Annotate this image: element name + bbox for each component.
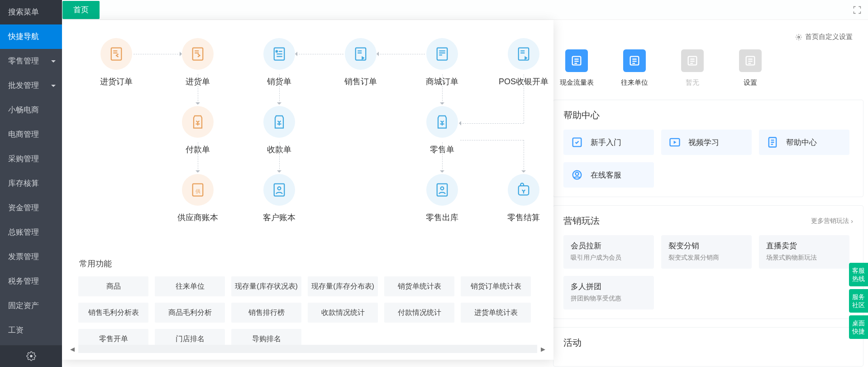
- arrow-icon: [374, 52, 379, 56]
- marketing-item-subtitle: 拼团购物享受优惠: [571, 295, 647, 303]
- marketing-item-title: 会员拉新: [571, 241, 647, 251]
- scroll-right-button[interactable]: ▶: [539, 345, 547, 353]
- chevron-down-icon: [51, 60, 56, 65]
- sidebar-item-0[interactable]: 快捷导航: [0, 24, 62, 49]
- marketing-item-2[interactable]: 直播卖货场景式购物新玩法: [759, 235, 849, 269]
- marketing-item-0[interactable]: 会员拉新吸引用户成为会员: [563, 235, 654, 269]
- retail-out-icon: [426, 174, 458, 206]
- purchase-icon: [182, 38, 214, 70]
- activity-card: 活动: [553, 327, 863, 367]
- float-tag-1[interactable]: 服务社区: [849, 289, 868, 313]
- sidebar-item-4[interactable]: 电商管理: [0, 122, 62, 147]
- marketing-item-subtitle: 场景式购物新玩法: [766, 254, 842, 262]
- sidebar-item-12[interactable]: 工资: [0, 318, 62, 343]
- sidebar-item-3[interactable]: 小畅电商: [0, 98, 62, 122]
- help-item-label: 新手入门: [591, 137, 621, 148]
- flow-purchase-order[interactable]: 进货订单: [76, 38, 157, 87]
- arrow-icon: [440, 170, 444, 175]
- common-button-2[interactable]: 现存量(库存状况表): [231, 276, 301, 296]
- help-item-1[interactable]: 视频学习: [661, 130, 752, 155]
- common-button-10[interactable]: 付款情况统计: [384, 303, 454, 323]
- marketing-card-title: 营销玩法: [563, 215, 600, 227]
- flow-sales-order[interactable]: 销售订单: [320, 38, 401, 87]
- help-item-2[interactable]: 帮助中心: [759, 130, 849, 155]
- retail-icon: [426, 106, 458, 138]
- sidebar-item-10[interactable]: 税务管理: [0, 269, 62, 294]
- flow-sales[interactable]: 销货单: [238, 38, 320, 87]
- arrow-icon: [293, 52, 297, 56]
- marketing-grid: 会员拉新吸引用户成为会员裂变分销裂变式发展分销商直播卖货场景式购物新玩法多人拼团…: [563, 235, 853, 309]
- marketing-item-1[interactable]: 裂变分销裂变式发展分销商: [661, 235, 752, 269]
- common-button-5[interactable]: 销货订单统计表: [461, 276, 531, 296]
- receipt-icon: [263, 106, 295, 138]
- flow-payment[interactable]: 付款单: [157, 106, 238, 155]
- tab-home[interactable]: 首页: [62, 1, 100, 19]
- shortcut-label: 设置: [732, 78, 768, 87]
- marketing-more-link[interactable]: 更多营销玩法›: [811, 217, 853, 225]
- help-item-3[interactable]: 在线客服: [563, 162, 654, 188]
- sidebar-item-1[interactable]: 零售管理: [0, 49, 62, 73]
- shortcut-row: 首页自定义设置: [553, 20, 863, 49]
- activity-card-title: 活动: [563, 337, 582, 349]
- fullscreen-button[interactable]: [853, 5, 862, 14]
- common-button-6[interactable]: 销售毛利分析表: [78, 303, 148, 323]
- help-item-0[interactable]: 新手入门: [563, 130, 654, 155]
- scroll-track[interactable]: [78, 345, 537, 353]
- help-grid: 新手入门视频学习帮助中心在线客服: [563, 130, 853, 188]
- arrow-icon: [196, 170, 200, 175]
- customize-homepage-link[interactable]: 首页自定义设置: [795, 33, 853, 41]
- flow-customer-ledger[interactable]: 客户账本: [238, 174, 320, 223]
- marketing-item-subtitle: 裂变式发展分销商: [668, 254, 744, 262]
- help-card-title: 帮助中心: [563, 109, 600, 121]
- top-tabs: 首页: [62, 0, 868, 20]
- common-functions-grid: 商品往来单位现存量(库存状况表)现存量(库存分布表)销货单统计表销货订单统计表销…: [76, 276, 540, 349]
- sidebar-item-9[interactable]: 发票管理: [0, 245, 62, 269]
- sidebar-settings-button[interactable]: [0, 345, 62, 367]
- horizontal-scrollbar[interactable]: ◀ ▶: [68, 344, 547, 353]
- arrow-icon: [180, 52, 184, 56]
- scroll-left-button[interactable]: ◀: [68, 345, 76, 353]
- sidebar-item-5[interactable]: 采购管理: [0, 147, 62, 171]
- sidebar-item-11[interactable]: 固定资产: [0, 294, 62, 318]
- marketing-card: 营销玩法 更多营销玩法› 会员拉新吸引用户成为会员裂变分销裂变式发展分销商直播卖…: [553, 205, 863, 319]
- float-tag-2[interactable]: 桌面快捷: [849, 315, 868, 339]
- shortcut-2: 暂无: [674, 49, 711, 87]
- common-button-1[interactable]: 往来单位: [155, 276, 225, 296]
- flow-retail[interactable]: 零售单: [401, 106, 483, 155]
- flow-mall-order[interactable]: 商城订单: [401, 38, 483, 87]
- sidebar-item-2[interactable]: 批发管理: [0, 73, 62, 98]
- common-button-9[interactable]: 收款情况统计: [308, 303, 378, 323]
- marketing-item-subtitle: 吸引用户成为会员: [571, 254, 647, 262]
- quick-nav-flyout: 进货订单 进货单 销货单 销售订单 商城订单 POS收银开单 付款单: [62, 20, 553, 360]
- flow-purchase[interactable]: 进货单: [157, 38, 238, 87]
- common-button-4[interactable]: 销货单统计表: [384, 276, 454, 296]
- flow-retail-settle[interactable]: 零售结算: [483, 174, 564, 223]
- marketing-item-3[interactable]: 多人拼团拼团购物享受优惠: [563, 276, 654, 309]
- sidebar-search[interactable]: 搜索菜单: [0, 0, 62, 24]
- pos-open-icon: [508, 38, 539, 70]
- shortcut-icon: [681, 49, 704, 72]
- help-item-label: 视频学习: [688, 137, 719, 148]
- shortcut-label: 往来单位: [616, 78, 653, 87]
- common-button-7[interactable]: 商品毛利分析: [155, 303, 225, 323]
- flow-supplier-ledger[interactable]: 供 供应商账本: [157, 174, 238, 223]
- svg-text:供: 供: [196, 188, 200, 194]
- shortcut-3[interactable]: 设置: [732, 49, 768, 87]
- flow-pos-open[interactable]: POS收银开单: [483, 38, 564, 87]
- float-tag-0[interactable]: 客服热线: [849, 263, 868, 286]
- sidebar-item-6[interactable]: 库存核算: [0, 171, 62, 196]
- common-button-11[interactable]: 进货单统计表: [461, 303, 531, 323]
- sidebar-item-7[interactable]: 资金管理: [0, 196, 62, 220]
- common-button-3[interactable]: 现存量(库存分布表): [308, 276, 378, 296]
- shortcut-1[interactable]: 往来单位: [616, 49, 653, 87]
- flow-receipt[interactable]: 收款单: [238, 106, 320, 155]
- shortcut-icon: [565, 49, 588, 72]
- payment-icon: [182, 106, 214, 138]
- flow-retail-out[interactable]: 零售出库: [401, 174, 483, 223]
- sidebar-item-8[interactable]: 总账管理: [0, 220, 62, 245]
- svg-point-12: [441, 187, 444, 190]
- common-button-8[interactable]: 销售排行榜: [231, 303, 301, 323]
- help-card: 帮助中心 新手入门视频学习帮助中心在线客服: [553, 100, 863, 197]
- shortcut-list: 现金流量表往来单位暂无设置: [553, 49, 863, 87]
- common-button-0[interactable]: 商品: [78, 276, 148, 296]
